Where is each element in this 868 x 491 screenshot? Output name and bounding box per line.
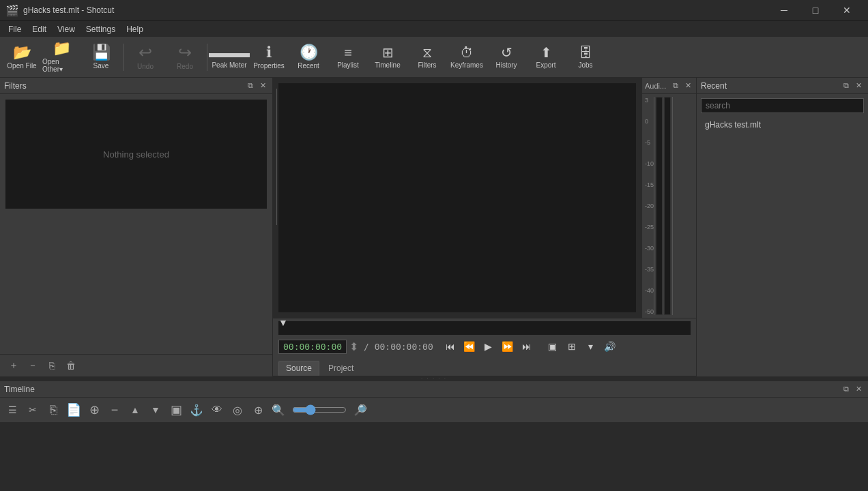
scale-m40: -40 bbox=[645, 287, 654, 294]
filters-close-button[interactable]: ✕ bbox=[257, 80, 268, 91]
timeline-menu-button[interactable]: ☰ bbox=[3, 400, 22, 419]
menu-settings[interactable]: Settings bbox=[81, 21, 121, 38]
rewind-button[interactable]: ⏪ bbox=[461, 338, 478, 355]
recent-panel: Recent ⧉ ✕ gHacks test.mlt bbox=[696, 78, 868, 376]
meter-line-left bbox=[654, 97, 654, 315]
peak-meter-button[interactable]: ▬▬▬ Peak Meter bbox=[210, 38, 248, 76]
recent-label: Recent bbox=[298, 62, 319, 70]
recent-float-button[interactable]: ⧉ bbox=[841, 80, 852, 91]
properties-button[interactable]: ℹ Properties bbox=[250, 38, 288, 76]
audio-close-button[interactable]: ✕ bbox=[682, 80, 693, 91]
menu-bar: File Edit View Settings Help bbox=[0, 20, 868, 37]
playlist-label: Playlist bbox=[337, 61, 359, 69]
add-filter-button[interactable]: ＋ bbox=[5, 357, 22, 374]
main-area: Filters ⧉ ✕ Nothing selected ＋ － ⎘ 🗑 bbox=[0, 78, 868, 376]
timeline-ripple-all-button[interactable]: ⊕ bbox=[248, 400, 267, 419]
timeline-paste-button[interactable]: 📄 bbox=[64, 400, 83, 419]
filters-button[interactable]: ⧖ Filters bbox=[408, 38, 446, 76]
filters-icon: ⧖ bbox=[422, 46, 432, 59]
timeline-lift-up-button[interactable]: ▲ bbox=[126, 400, 145, 419]
save-button[interactable]: 💾 Save bbox=[82, 38, 120, 76]
timeline-label: Timeline bbox=[375, 61, 400, 69]
open-other-button[interactable]: 📁 Open Other▾ bbox=[42, 38, 81, 76]
transport-controls: ⬍ / 00:00:00:00 ⏮ ⏪ ▶ ⏩ ⏭ ▣ ⊞ ▾ 🔊 bbox=[273, 338, 696, 355]
crop-button[interactable]: ▣ bbox=[544, 338, 562, 355]
zoom-slider[interactable] bbox=[292, 404, 347, 415]
progress-bar-container[interactable]: ▼ bbox=[278, 321, 691, 335]
timeline-lift-button[interactable]: − bbox=[105, 400, 124, 419]
audio-meter-content: 3 0 -5 -10 -15 -20 -25 -30 -35 -40 -50 bbox=[642, 94, 696, 318]
source-tab[interactable]: Source bbox=[278, 361, 319, 376]
undo-icon: ↩ bbox=[139, 44, 152, 61]
skip-end-button[interactable]: ⏭ bbox=[518, 338, 536, 355]
timeline-ripple-button[interactable]: ◎ bbox=[228, 400, 247, 419]
timeline-snap-button[interactable]: ⚓ bbox=[187, 400, 206, 419]
open-file-button[interactable]: 📂 Open File bbox=[3, 38, 41, 76]
close-button[interactable]: ✕ bbox=[831, 0, 863, 20]
menu-view[interactable]: View bbox=[52, 21, 81, 38]
recent-search-input[interactable] bbox=[701, 98, 864, 113]
timeline-close-button[interactable]: ✕ bbox=[853, 384, 864, 395]
open-other-icon: 📁 bbox=[53, 41, 71, 56]
play-button[interactable]: ▶ bbox=[480, 338, 497, 355]
timecode-input[interactable] bbox=[278, 340, 347, 354]
maximize-button[interactable]: □ bbox=[800, 0, 831, 20]
scale-m20: -20 bbox=[645, 203, 654, 209]
fast-forward-button[interactable]: ⏩ bbox=[499, 338, 517, 355]
grid-options-button[interactable]: ▾ bbox=[582, 338, 600, 355]
timeline-lower-button[interactable]: ▼ bbox=[146, 400, 165, 419]
app-icon: 🎬 bbox=[5, 4, 19, 17]
timecode-spinner[interactable]: ⬍ bbox=[349, 340, 358, 353]
redo-icon: ↪ bbox=[178, 44, 192, 61]
remove-filter-button[interactable]: － bbox=[25, 357, 41, 374]
export-button[interactable]: ⬆ Export bbox=[527, 38, 565, 76]
history-label: History bbox=[495, 61, 517, 69]
toolbar-separator-1 bbox=[123, 44, 124, 71]
scale-m15: -15 bbox=[645, 181, 654, 188]
transport-area: ▼ ⬍ / 00:00:00:00 ⏮ ⏪ ▶ ⏩ ⏭ ▣ ⊞ ▾ � bbox=[273, 318, 696, 358]
timeline-float-button[interactable]: ⧉ bbox=[841, 384, 852, 395]
recent-button[interactable]: 🕐 Recent bbox=[289, 38, 328, 76]
project-tab[interactable]: Project bbox=[321, 361, 361, 376]
title-bar: 🎬 gHacks test.mlt - Shotcut ─ □ ✕ bbox=[0, 0, 868, 20]
timeline-split-button[interactable]: ▣ bbox=[167, 400, 186, 419]
properties-icon: ℹ bbox=[266, 45, 272, 60]
menu-help[interactable]: Help bbox=[121, 21, 149, 38]
minimize-button[interactable]: ─ bbox=[768, 0, 800, 20]
redo-button[interactable]: ↪ Redo bbox=[166, 38, 204, 76]
timeline-zoom-in-button[interactable]: 🔎 bbox=[351, 400, 370, 419]
video-preview bbox=[273, 78, 641, 318]
skip-start-button[interactable]: ⏮ bbox=[442, 338, 459, 355]
audio-float-button[interactable]: ⧉ bbox=[670, 80, 681, 91]
jobs-button[interactable]: 🗄 Jobs bbox=[566, 38, 605, 76]
scale-m25: -25 bbox=[645, 224, 654, 230]
duration-display: / 00:00:00:00 bbox=[364, 342, 433, 352]
title-bar-left: 🎬 gHacks test.mlt - Shotcut bbox=[5, 4, 114, 17]
timeline-panel: Timeline ⧉ ✕ ☰ ✂ ⎘ 📄 ⊕ − ▲ ▼ ▣ ⚓ 👁 ◎ ⊕ 🔍… bbox=[0, 381, 868, 491]
filters-float-button[interactable]: ⧉ bbox=[245, 80, 256, 91]
menu-file[interactable]: File bbox=[3, 21, 27, 38]
menu-edit[interactable]: Edit bbox=[27, 21, 52, 38]
progress-arrow: ▼ bbox=[278, 317, 288, 328]
delete-filter-button[interactable]: 🗑 bbox=[63, 357, 79, 374]
timeline-button[interactable]: ⊞ Timeline bbox=[368, 38, 407, 76]
filters-label: Filters bbox=[418, 61, 436, 69]
timeline-cut-button[interactable]: ✂ bbox=[23, 400, 42, 419]
undo-button[interactable]: ↩ Undo bbox=[126, 38, 164, 76]
open-other-label: Open Other▾ bbox=[42, 58, 81, 73]
scale-0: 0 bbox=[645, 118, 654, 125]
copy-filter-button[interactable]: ⎘ bbox=[44, 357, 60, 374]
grid-button[interactable]: ⊞ bbox=[563, 338, 581, 355]
timeline-append-button[interactable]: ⊕ bbox=[85, 400, 104, 419]
recent-close-button[interactable]: ✕ bbox=[853, 80, 864, 91]
playlist-button[interactable]: ≡ Playlist bbox=[329, 38, 367, 76]
keyframes-button[interactable]: ⏱ Keyframes bbox=[448, 38, 486, 76]
volume-button[interactable]: 🔊 bbox=[601, 338, 619, 355]
timeline-icon: ⊞ bbox=[382, 46, 394, 59]
timeline-zoom-out-button[interactable]: 🔍 bbox=[269, 400, 288, 419]
export-label: Export bbox=[536, 61, 556, 69]
timeline-copy-button[interactable]: ⎘ bbox=[44, 400, 63, 419]
timeline-scrub-button[interactable]: 👁 bbox=[207, 400, 227, 419]
history-button[interactable]: ↺ History bbox=[487, 38, 525, 76]
recent-item-ghacks[interactable]: gHacks test.mlt bbox=[697, 117, 868, 132]
